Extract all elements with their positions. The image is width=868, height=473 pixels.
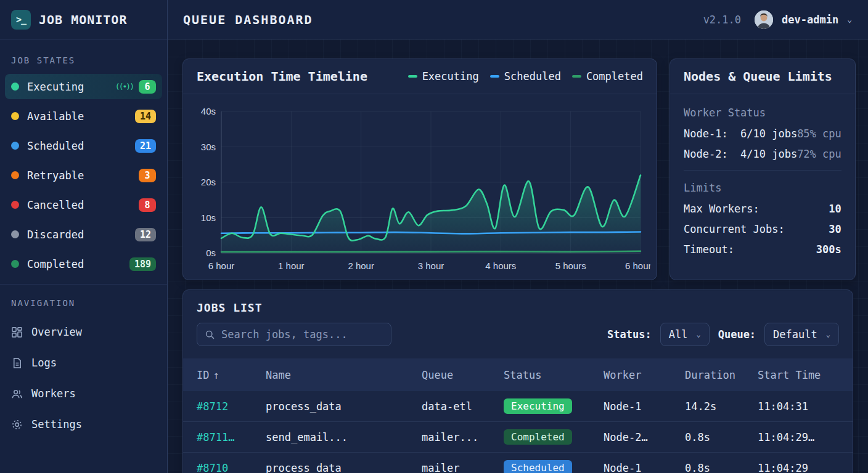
chart-legend: Executing Scheduled Completed (408, 70, 643, 83)
state-label: Cancelled (27, 199, 84, 211)
job-start-time-cell: 11:04:29 (758, 462, 853, 473)
terminal-logo-icon: >_ (11, 10, 31, 30)
sidebar-item-settings[interactable]: Settings (5, 409, 162, 440)
column-header-queue[interactable]: Queue (422, 369, 504, 381)
search-box[interactable] (197, 323, 391, 346)
table-row[interactable]: #8712 process_data data-etl Executing No… (183, 391, 853, 422)
legend-swatch (408, 75, 417, 78)
node-status-row: Node-2: 4/10 jobs 72% cpu (684, 148, 841, 160)
job-worker-cell: Node-1 (604, 400, 685, 413)
job-id-link[interactable]: #8710 (197, 462, 266, 473)
column-header-duration[interactable]: Duration (685, 369, 758, 381)
status-dot (11, 112, 19, 120)
legend-label: Scheduled (504, 70, 561, 83)
limit-label: Max Workers: (684, 203, 760, 215)
column-header-start-time[interactable]: Start Time (758, 369, 853, 381)
state-label: Discarded (27, 228, 84, 241)
status-dot (11, 230, 19, 238)
sidebar-item-scheduled[interactable]: Scheduled 21 (5, 133, 162, 158)
status-dot (11, 171, 19, 179)
status-dot (11, 83, 19, 91)
svg-text:20s: 20s (201, 177, 216, 187)
node-cpu: 85% cpu (797, 127, 841, 140)
job-name-cell: send_email... (266, 431, 422, 443)
job-duration-cell: 0.8s (685, 431, 758, 443)
jobs-list-card: JOBS LIST Status: All ⌄ Qu (182, 289, 853, 473)
job-start-time-cell: 11:04:31 (758, 400, 853, 413)
nodes-limits-card: Nodes & Queue Limits Worker Status Node-… (669, 59, 856, 280)
grid-icon (11, 326, 23, 338)
sidebar-item-available[interactable]: Available 14 (5, 103, 162, 129)
count-badge: 8 (139, 198, 156, 212)
job-states-heading: JOB STATES (5, 55, 162, 65)
column-header-id[interactable]: ID↑ (197, 369, 266, 381)
state-label: Available (27, 110, 84, 123)
sidebar-item-workers[interactable]: Workers (5, 378, 162, 409)
count-badge: 21 (135, 139, 156, 153)
chart-title: Execution Time Timeline (197, 69, 367, 84)
sidebar-item-cancelled[interactable]: Cancelled 8 (5, 192, 162, 217)
svg-text:6 hours: 6 hours (625, 261, 650, 271)
node-status-row: Node-1: 6/10 jobs 85% cpu (684, 127, 841, 140)
job-id-link[interactable]: #8711… (197, 431, 266, 443)
queue-filter-select[interactable]: Default ⌄ (764, 323, 839, 346)
count-badge: 14 (135, 110, 156, 123)
sort-ascending-icon: ↑ (213, 369, 219, 381)
user-menu[interactable]: dev-admin (782, 14, 838, 26)
svg-text:10s: 10s (201, 212, 216, 223)
column-header-name[interactable]: Name (266, 369, 422, 381)
count-badge: 6 (139, 80, 156, 94)
table-row[interactable]: #8711… send_email... mailer... Completed… (183, 422, 853, 453)
limit-row: Max Workers: 10 (684, 203, 841, 215)
state-label: Retryable (27, 169, 84, 182)
sidebar-item-logs[interactable]: Logs (5, 347, 162, 378)
count-badge: 3 (139, 169, 156, 182)
sidebar: JOB STATES Executing ((•)) 6 Available 1… (0, 39, 168, 473)
node-name: Node-1: (684, 127, 740, 140)
search-input[interactable] (221, 328, 383, 341)
limit-value: 30 (829, 223, 841, 235)
svg-text:40s: 40s (201, 106, 216, 116)
queue-filter-value: Default (773, 328, 817, 341)
sidebar-item-overview[interactable]: Overview (5, 317, 162, 347)
sidebar-item-discarded[interactable]: Discarded 12 (5, 222, 162, 247)
search-icon (205, 329, 215, 340)
sidebar-item-completed[interactable]: Completed 189 (5, 251, 162, 277)
worker-status-heading: Worker Status (684, 107, 841, 119)
status-dot (11, 201, 19, 209)
version-label: v2.1.0 (703, 14, 741, 26)
job-duration-cell: 14.2s (685, 400, 758, 413)
sidebar-item-retryable[interactable]: Retryable 3 (5, 163, 162, 188)
limit-value: 10 (829, 203, 841, 215)
table-header: ID↑ Name Queue Status Worker Duration St… (183, 358, 853, 391)
nodes-card-title: Nodes & Queue Limits (670, 59, 855, 94)
table-row[interactable]: #8710 process_data mailer Scheduled Node… (183, 453, 853, 473)
job-start-time-cell: 11:04:29… (758, 431, 853, 443)
sidebar-item-executing[interactable]: Executing ((•)) 6 (5, 74, 162, 99)
chevron-down-icon: ⌄ (696, 330, 700, 339)
nav-label: Workers (31, 387, 76, 400)
status-filter-select[interactable]: All ⌄ (660, 323, 710, 346)
timeline-chart: 0s10s20s30s40s6 hour1 hour2 hour3 hour4 … (189, 98, 650, 278)
status-badge: Executing (504, 398, 572, 414)
job-id-link[interactable]: #8712 (197, 400, 266, 413)
chevron-down-icon[interactable]: ⌄ (847, 15, 852, 24)
document-icon (11, 357, 23, 369)
job-queue-cell: data-etl (422, 400, 504, 413)
svg-text:30s: 30s (201, 142, 216, 152)
job-duration-cell: 0.8s (685, 462, 758, 473)
svg-text:5 hours: 5 hours (555, 261, 586, 271)
people-icon (11, 388, 23, 400)
app-header: >_ JOB MONITOR QUEUE DASHBOARD v2.1.0 de… (0, 0, 868, 39)
avatar[interactable] (755, 10, 773, 29)
legend-item-completed: Completed (572, 70, 643, 83)
node-jobs: 6/10 jobs (740, 127, 797, 140)
column-header-status[interactable]: Status (504, 369, 604, 381)
nav-label: Logs (31, 357, 57, 369)
status-filter-value: All (669, 328, 688, 341)
live-broadcast-icon: ((•)) (115, 82, 133, 91)
column-header-worker[interactable]: Worker (604, 369, 685, 381)
card-divider (684, 170, 841, 171)
count-badge: 12 (135, 228, 156, 241)
legend-label: Executing (422, 70, 479, 83)
